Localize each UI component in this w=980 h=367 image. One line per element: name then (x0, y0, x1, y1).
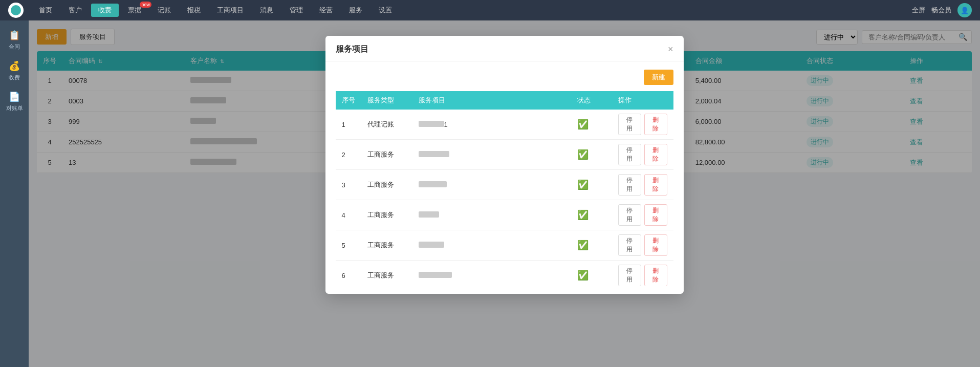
mrow-type: 工商服务 (361, 230, 412, 261)
modal-table-row: 5 工商服务 ✅ 停用 删除 (336, 230, 673, 261)
top-navigation: 首页 客户 收费 票据 new 记账 报税 工商项目 消息 管理 经营 服务 设… (0, 0, 980, 20)
mrow-status: ✅ (571, 170, 612, 200)
mrow-actions: 停用 删除 (612, 140, 673, 170)
service-items-table: 序号 服务类型 服务项目 状态 操作 1 代理记账 (336, 91, 673, 286)
mrow-status: ✅ (571, 200, 612, 230)
main-content: 新增 服务项目 进行中 全部 已结束 🔍 序号 合 (29, 20, 980, 367)
stop-button[interactable]: 停用 (618, 144, 641, 165)
nav-commerce[interactable]: 工商项目 (210, 4, 251, 17)
statement-icon: 📄 (9, 91, 20, 102)
member-button[interactable]: 畅会员 (931, 6, 951, 15)
contract-icon: 📋 (9, 30, 20, 41)
nav-right: 全屏 畅会员 👤 (912, 3, 972, 17)
mth-seq: 序号 (336, 91, 361, 110)
modal-toolbar: 新建 (336, 70, 673, 85)
sidebar-item-charge[interactable]: 💰 收费 (0, 56, 29, 85)
sidebar-label-statement: 对账单 (6, 104, 23, 112)
modal-table-row: 1 代理记账 1 ✅ 停用 删除 (336, 110, 673, 140)
modal-close-button[interactable]: × (668, 44, 673, 55)
mrow-status: ✅ (571, 261, 612, 286)
nav-manage[interactable]: 管理 (282, 4, 310, 17)
sidebar-label-contract: 合同 (9, 43, 20, 51)
stop-button[interactable]: 停用 (618, 234, 641, 256)
charge-icon: 💰 (9, 60, 20, 72)
delete-button[interactable]: 删除 (644, 265, 667, 286)
stop-button[interactable]: 停用 (618, 265, 641, 286)
delete-button[interactable]: 删除 (644, 204, 667, 226)
sidebar-label-charge: 收费 (9, 74, 20, 81)
mrow-seq: 1 (336, 110, 361, 140)
mrow-item (412, 170, 571, 200)
modal-table-row: 4 工商服务 ✅ 停用 删除 (336, 200, 673, 230)
service-item-modal: 服务项目 × 新建 序号 服务类型 服务项目 (325, 36, 684, 294)
modal-new-button[interactable]: 新建 (644, 70, 673, 85)
mrow-item (412, 261, 571, 286)
mrow-type: 工商服务 (361, 200, 412, 230)
modal-table-wrap: 序号 服务类型 服务项目 状态 操作 1 代理记账 (336, 91, 673, 286)
mrow-actions: 停用 删除 (612, 261, 673, 286)
delete-button[interactable]: 删除 (644, 114, 667, 135)
delete-button[interactable]: 删除 (644, 234, 667, 256)
modal-body: 新建 序号 服务类型 服务项目 状态 操作 (325, 61, 684, 294)
mrow-seq: 3 (336, 170, 361, 200)
mrow-seq: 2 (336, 140, 361, 170)
mrow-status: ✅ (571, 230, 612, 261)
mrow-item (412, 140, 571, 170)
mth-type: 服务类型 (361, 91, 412, 110)
mrow-seq: 5 (336, 230, 361, 261)
main-layout: 📋 合同 💰 收费 📄 对账单 新增 服务项目 进行中 全部 已结束 (0, 20, 980, 367)
mrow-actions: 停用 删除 (612, 230, 673, 261)
mrow-actions: 停用 删除 (612, 110, 673, 140)
mrow-type: 代理记账 (361, 110, 412, 140)
delete-button[interactable]: 删除 (644, 174, 667, 196)
mrow-status: ✅ (571, 140, 612, 170)
modal-overlay: 服务项目 × 新建 序号 服务类型 服务项目 (29, 20, 980, 367)
mrow-type: 工商服务 (361, 140, 412, 170)
nav-home[interactable]: 首页 (32, 4, 59, 17)
nav-accounting[interactable]: 记账 (150, 4, 178, 17)
user-avatar[interactable]: 👤 (957, 3, 972, 17)
stop-button[interactable]: 停用 (618, 174, 641, 196)
mrow-status: ✅ (571, 110, 612, 140)
mrow-seq: 6 (336, 261, 361, 286)
nav-message[interactable]: 消息 (253, 4, 280, 17)
mrow-type: 工商服务 (361, 170, 412, 200)
modal-table-header: 序号 服务类型 服务项目 状态 操作 (336, 91, 673, 110)
mrow-type: 工商服务 (361, 261, 412, 286)
nav-operation[interactable]: 经营 (312, 4, 340, 17)
new-badge: new (140, 2, 151, 8)
mrow-actions: 停用 删除 (612, 170, 673, 200)
modal-table-row: 3 工商服务 ✅ 停用 删除 (336, 170, 673, 200)
modal-table-row: 2 工商服务 ✅ 停用 删除 (336, 140, 673, 170)
modal-table-body: 1 代理记账 1 ✅ 停用 删除 (336, 110, 673, 286)
stop-button[interactable]: 停用 (618, 114, 641, 135)
sidebar-item-statement[interactable]: 📄 对账单 (0, 87, 29, 116)
nav-invoice[interactable]: 票据 new (121, 4, 148, 17)
stop-button[interactable]: 停用 (618, 204, 641, 226)
modal-table-row: 6 工商服务 ✅ 停用 删除 (336, 261, 673, 286)
app-logo (8, 3, 24, 18)
nav-charge[interactable]: 收费 (91, 4, 119, 17)
mrow-seq: 4 (336, 200, 361, 230)
mth-item: 服务项目 (412, 91, 571, 110)
mth-status: 状态 (571, 91, 612, 110)
modal-header: 服务项目 × (325, 36, 684, 61)
mrow-item: 1 (412, 110, 571, 140)
nav-service[interactable]: 服务 (342, 4, 369, 17)
mth-action: 操作 (612, 91, 673, 110)
delete-button[interactable]: 删除 (644, 144, 667, 165)
fullscreen-button[interactable]: 全屏 (912, 6, 925, 15)
sidebar: 📋 合同 💰 收费 📄 对账单 (0, 20, 29, 367)
modal-title: 服务项目 (336, 44, 368, 55)
mrow-actions: 停用 删除 (612, 200, 673, 230)
mrow-item (412, 200, 571, 230)
nav-settings[interactable]: 设置 (372, 4, 399, 17)
mrow-item (412, 230, 571, 261)
nav-tax[interactable]: 报税 (180, 4, 208, 17)
nav-customer[interactable]: 客户 (61, 4, 89, 17)
sidebar-item-contract[interactable]: 📋 合同 (0, 26, 29, 54)
